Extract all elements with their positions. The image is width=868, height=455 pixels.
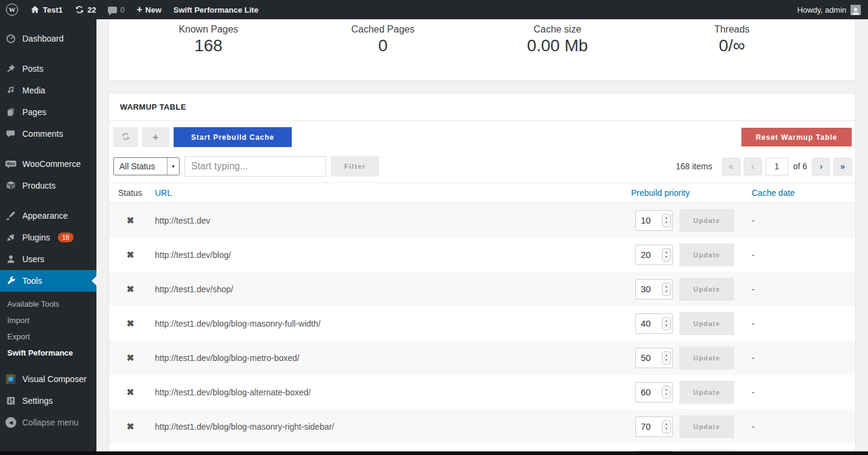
table-row: ✖ http://test1.dev/blog/blog-masonry-rig… <box>109 409 855 444</box>
number-stepper-icon[interactable]: ▴▾ <box>662 214 671 227</box>
woocommerce-icon: Woo <box>5 158 17 170</box>
column-prebuild-priority[interactable]: Prebuild priority <box>631 188 737 198</box>
sidebar-item-users[interactable]: Users <box>0 248 96 270</box>
priority-field-wrap: ▴▾ <box>635 210 673 231</box>
row-url: http://test1.dev/blog/blog-metro-boxed/ <box>155 353 635 363</box>
wp-logo-menu[interactable]: W <box>0 0 24 19</box>
appearance-brush-icon <box>5 210 17 222</box>
url-search-input[interactable] <box>184 156 326 177</box>
column-cache-date[interactable]: Cache date <box>741 188 855 198</box>
sidebar-item-woocommerce[interactable]: Woo WooCommerce <box>0 153 96 175</box>
update-icon <box>75 5 84 14</box>
pagination: 168 items « ‹ of 6 › » <box>676 158 852 175</box>
previous-page-button[interactable]: ‹ <box>744 158 762 175</box>
row-url: http://test1.dev/blog/blog-masonry-right… <box>155 422 635 431</box>
warmup-table-card: WARMUP TABLE + Start Prebuild Cache R <box>108 93 856 455</box>
update-button[interactable]: Update <box>679 278 734 301</box>
submenu-available-tools[interactable]: Available Tools <box>0 296 96 312</box>
number-stepper-icon[interactable]: ▴▾ <box>662 248 671 262</box>
wordpress-logo-icon: W <box>6 4 18 16</box>
pages-icon <box>5 106 17 118</box>
warmup-rows: ✖ http://test1.dev ▴▾ Update - ✖ http://… <box>109 203 855 455</box>
sidebar-item-settings[interactable]: Settings <box>0 390 96 412</box>
sidebar-item-comments[interactable]: Comments <box>0 123 96 145</box>
sidebar-item-appearance[interactable]: Appearance <box>0 205 96 227</box>
submenu-import[interactable]: Import <box>0 312 96 328</box>
plugins-count-badge: 18 <box>58 233 74 242</box>
status-x-icon: ✖ <box>118 249 155 260</box>
number-stepper-icon[interactable]: ▴▾ <box>662 420 671 433</box>
row-url: http://test1.dev <box>155 216 635 225</box>
plus-icon: + <box>153 131 159 143</box>
comments-menu[interactable]: 0 <box>102 0 130 19</box>
status-x-icon: ✖ <box>118 318 155 329</box>
avatar[interactable] <box>851 5 861 15</box>
add-url-button[interactable]: + <box>142 127 169 147</box>
sidebar-item-tools[interactable]: Tools <box>0 270 96 292</box>
tools-submenu: Available Tools Import Export Swift Pefo… <box>0 292 96 368</box>
settings-sliders-icon <box>5 395 17 407</box>
dashboard-icon <box>5 33 17 45</box>
priority-field-wrap: ▴▾ <box>635 313 673 334</box>
sidebar-item-media[interactable]: Media <box>0 80 96 101</box>
new-content-menu[interactable]: + New <box>131 0 168 19</box>
number-stepper-icon[interactable]: ▴▾ <box>662 351 671 365</box>
update-button[interactable]: Update <box>679 209 734 232</box>
sidebar-collapse-menu[interactable]: ◀ Collapse menu <box>0 412 96 433</box>
row-cache-date: - <box>741 353 855 363</box>
update-button[interactable]: Update <box>679 381 734 404</box>
submenu-export[interactable]: Export <box>0 328 96 345</box>
sidebar-item-products[interactable]: Products <box>0 175 96 196</box>
swift-performance-label: Swift Performance Lite <box>174 5 259 14</box>
plus-icon: + <box>137 4 142 15</box>
column-url[interactable]: URL <box>155 188 635 198</box>
main-content: Known Pages 168 Cached Pages 0 Cache siz… <box>96 19 868 455</box>
number-stepper-icon[interactable]: ▴▾ <box>662 317 671 330</box>
site-name: Test1 <box>43 5 63 14</box>
comment-bubble-icon <box>108 7 117 13</box>
update-button[interactable]: Update <box>679 243 734 266</box>
sidebar-item-dashboard[interactable]: Dashboard <box>0 28 96 49</box>
updates-menu[interactable]: 22 <box>69 0 102 19</box>
table-header-row: Status URL Prebuild priority Cache date <box>109 183 855 203</box>
sidebar-item-pages[interactable]: Pages <box>0 101 96 123</box>
row-cache-date: - <box>741 216 855 225</box>
row-url: http://test1.dev/blog/blog-alternate-box… <box>155 388 635 397</box>
refresh-button[interactable] <box>113 127 138 147</box>
site-name-menu[interactable]: Test1 <box>24 0 69 19</box>
row-url: http://test1.dev/shop/ <box>155 284 635 294</box>
status-x-icon: ✖ <box>118 387 155 398</box>
status-x-icon: ✖ <box>118 353 155 363</box>
next-page-button[interactable]: › <box>812 158 830 175</box>
table-row: ✖ http://test1.dev/blog/blog-masonry-ful… <box>109 306 855 340</box>
howdy-text[interactable]: Howdy, admin <box>797 5 846 14</box>
start-prebuild-cache-button[interactable]: Start Prebuild Cache <box>174 127 292 147</box>
pin-icon <box>5 63 17 75</box>
sidebar-item-plugins[interactable]: Plugins 18 <box>0 227 96 248</box>
comments-icon <box>5 128 17 140</box>
svg-text:Woo: Woo <box>7 162 15 166</box>
swift-performance-menu[interactable]: Swift Performance Lite <box>168 0 265 19</box>
number-stepper-icon[interactable]: ▴▾ <box>662 386 671 399</box>
sidebar: Dashboard Posts Media Pages Comments Woo… <box>0 19 96 455</box>
last-page-button[interactable]: » <box>834 158 852 175</box>
update-button[interactable]: Update <box>679 312 734 335</box>
update-button[interactable]: Update <box>679 415 734 438</box>
row-cache-date: - <box>741 422 855 431</box>
status-filter-value: All Status <box>119 162 155 171</box>
status-x-icon: ✖ <box>118 284 155 295</box>
update-button[interactable]: Update <box>679 347 734 369</box>
current-page-input[interactable] <box>766 158 788 175</box>
first-page-button[interactable]: « <box>722 158 740 175</box>
number-stepper-icon[interactable]: ▴▾ <box>662 283 671 296</box>
table-row: ✖ http://test1.dev/blog/ ▴▾ Update - <box>109 237 855 272</box>
items-count: 168 items <box>676 162 712 171</box>
row-cache-date: - <box>741 388 855 397</box>
status-filter-select[interactable]: All Status ▾ <box>113 157 180 175</box>
stats-card: Known Pages 168 Cached Pages 0 Cache siz… <box>108 19 856 81</box>
reset-warmup-table-button[interactable]: Reset Warmup Table <box>741 128 852 146</box>
sidebar-item-visual-composer[interactable]: Visual Composer <box>0 368 96 390</box>
submenu-swift-performance[interactable]: Swift Peformance <box>0 345 96 361</box>
filter-button[interactable]: Filter <box>331 156 379 177</box>
sidebar-item-posts[interactable]: Posts <box>0 58 96 80</box>
